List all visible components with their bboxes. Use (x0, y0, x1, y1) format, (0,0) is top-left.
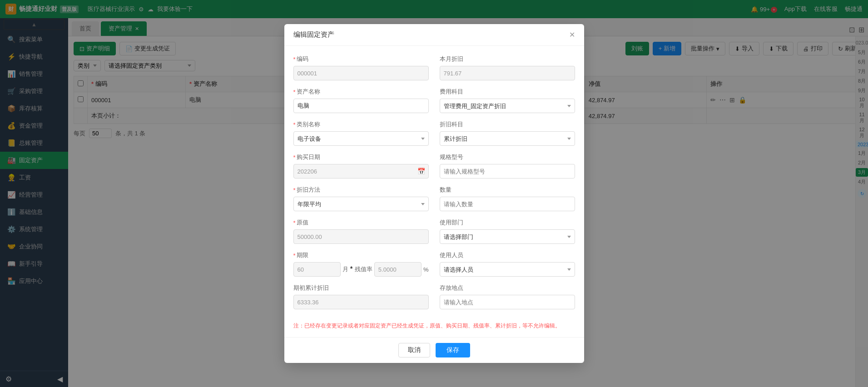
category-select[interactable]: 电子设备 (293, 131, 429, 146)
form-row-code: * 编码 (293, 55, 429, 80)
save-button[interactable]: 保存 (436, 343, 470, 357)
form-row-expense-subject: 费用科目 管理费用_固定资产折旧 (440, 88, 575, 113)
purchase-date-label: * 购买日期 (293, 153, 429, 161)
period-unit: 月 (342, 265, 348, 273)
spec-input[interactable] (440, 164, 575, 179)
expense-subject-wrap: 管理费用_固定资产折旧 (440, 99, 575, 113)
dialog-title: 编辑固定资产 (293, 30, 334, 39)
form-grid: * 编码 本月折旧 * 资产名称 (293, 55, 575, 309)
form-row-quantity: 数量 (440, 186, 575, 211)
period-input[interactable] (293, 262, 341, 277)
dialog-note: 注：已经存在变更记录或者对应固定资产已经生成凭证，原值、购买日期、残值率、累计折… (293, 322, 575, 330)
quantity-label: 数量 (440, 186, 575, 194)
spec-label: 规格型号 (440, 153, 575, 161)
code-label: * 编码 (293, 55, 429, 63)
period-depreciation-input[interactable] (293, 295, 429, 309)
depreciation-subject-label: 折旧科目 (440, 120, 575, 129)
form-row-location: 存放地点 (440, 284, 575, 309)
cancel-button[interactable]: 取消 (398, 343, 430, 357)
form-row-purchase-date: * 购买日期 📅 (293, 153, 429, 179)
original-value-label: * 原值 (293, 218, 429, 227)
form-row-original-value: * 原值 (293, 218, 429, 244)
period-group: 月 * 残值率 % (293, 262, 429, 277)
form-row-period-depreciation: 期初累计折旧 (293, 284, 429, 309)
user-select[interactable]: 请选择人员 (440, 262, 575, 277)
dialog-footer: 取消 保存 (284, 337, 584, 363)
form-row-period: * 期限 月 * 残值率 % (293, 251, 429, 277)
location-input[interactable] (440, 295, 575, 309)
form-row-dep-method: * 折旧方法 年限平均 (293, 186, 429, 211)
period-label: * 期限 (293, 251, 429, 259)
form-row-department: 使用部门 请选择部门 (440, 218, 575, 244)
form-row-user: 使用人员 请选择人员 (440, 251, 575, 277)
dep-method-wrap: 年限平均 (293, 197, 429, 211)
dialog-header: 编辑固定资产 ✕ (284, 24, 584, 46)
monthly-depreciation-label: 本月折旧 (440, 55, 575, 63)
form-row-spec: 规格型号 (440, 153, 575, 179)
form-row-asset-name: * 资产名称 (293, 88, 429, 113)
residual-req: * (350, 265, 353, 273)
form-row-monthly-depreciation: 本月折旧 (440, 55, 575, 80)
purchase-date-input[interactable] (293, 164, 429, 179)
expense-subject-select[interactable]: 管理费用_固定资产折旧 (440, 99, 575, 113)
expense-subject-label: 费用科目 (440, 88, 575, 96)
asset-name-input[interactable] (293, 99, 429, 113)
depreciation-subject-wrap: 累计折旧 (440, 131, 575, 146)
original-value-input[interactable] (293, 229, 429, 244)
department-select[interactable]: 请选择部门 (440, 229, 575, 244)
monthly-depreciation-input[interactable] (440, 66, 575, 80)
edit-fixed-asset-dialog: 编辑固定资产 ✕ * 编码 本月折旧 (284, 24, 584, 363)
period-depreciation-label: 期初累计折旧 (293, 284, 429, 292)
form-row-category: * 类别名称 电子设备 (293, 120, 429, 146)
category-wrap: 电子设备 (293, 131, 429, 146)
asset-name-label: * 资产名称 (293, 88, 429, 96)
user-label: 使用人员 (440, 251, 575, 259)
department-wrap: 请选择部门 (440, 229, 575, 244)
residual-rate-input[interactable] (374, 262, 422, 277)
dialog-overlay: 编辑固定资产 ✕ * 编码 本月折旧 (0, 0, 868, 387)
depreciation-subject-select[interactable]: 累计折旧 (440, 131, 575, 146)
user-wrap: 请选择人员 (440, 262, 575, 277)
dep-method-label: * 折旧方法 (293, 186, 429, 194)
dialog-body: * 编码 本月折旧 * 资产名称 (284, 46, 584, 318)
location-label: 存放地点 (440, 284, 575, 292)
dep-method-select[interactable]: 年限平均 (293, 197, 429, 211)
category-label: * 类别名称 (293, 120, 429, 129)
residual-rate-label: 残值率 (355, 265, 372, 273)
calendar-icon[interactable]: 📅 (417, 168, 425, 175)
form-row-depreciation-subject: 折旧科目 累计折旧 (440, 120, 575, 146)
dialog-close-btn[interactable]: ✕ (569, 30, 575, 39)
purchase-date-wrap: 📅 (293, 164, 429, 179)
code-input[interactable] (293, 66, 429, 80)
residual-rate-unit: % (423, 266, 429, 273)
department-label: 使用部门 (440, 218, 575, 227)
quantity-input[interactable] (440, 197, 575, 211)
